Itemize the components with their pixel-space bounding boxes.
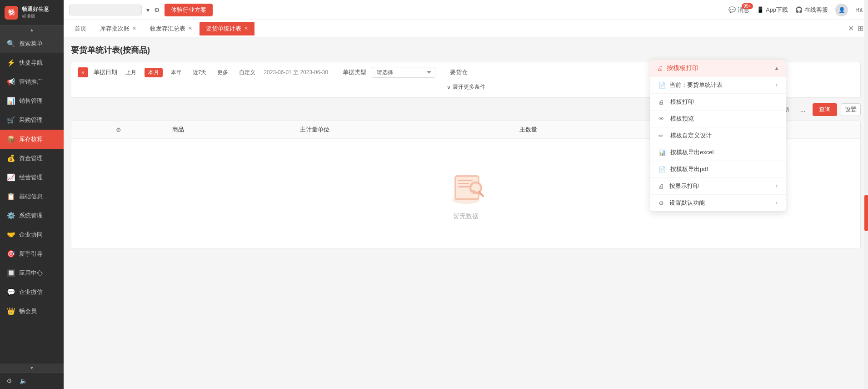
- dropdown-display-print[interactable]: 🖨 按显示打印 ›: [650, 178, 786, 195]
- printer-menu-icon: 🖨: [657, 65, 663, 72]
- sidebar-item-operation[interactable]: 📈 经营管理: [0, 168, 64, 187]
- dropdown-header[interactable]: 🖨 按模板打印 ▲: [650, 60, 786, 77]
- dropdown-item-template-pdf[interactable]: 📄 按模板导出pdf: [650, 161, 786, 178]
- purchase-icon: 🛒: [6, 116, 15, 124]
- tab-receipt-summary[interactable]: 收发存汇总表 ✕: [144, 22, 199, 35]
- more-actions-btn[interactable]: ...: [797, 105, 809, 115]
- template-print-label: 模板打印: [670, 98, 694, 106]
- sidebar-item-quicknav[interactable]: ⚡ 快捷导航: [0, 53, 64, 72]
- dropdown-arrow-btn[interactable]: ▾: [146, 6, 150, 14]
- search-icon: 🔍: [6, 40, 15, 48]
- collab-icon: 🤝: [6, 231, 15, 239]
- col-settings: ⚙: [71, 121, 166, 139]
- dropdown-item-template-design[interactable]: ✏ 模板自定义设计: [650, 127, 786, 144]
- current-month-btn[interactable]: 本月: [145, 68, 163, 77]
- headset-icon: 🎧: [795, 6, 803, 13]
- main-area: ▾ ⚙ 体验行业方案 💬 消息 99+ 📱 App下载 🎧 在线客服 👤 Rit: [64, 0, 868, 389]
- apps-icon: 🔲: [6, 269, 15, 277]
- sidebar-item-basic[interactable]: 📋 基础信息: [0, 187, 64, 206]
- col-settings-icon[interactable]: ⚙: [116, 126, 121, 133]
- content-area: 要货单统计表(按商品) » 单据日期 上月 本月 本年 近7天 更多 自定义 2…: [64, 37, 868, 389]
- scroll-up-btn[interactable]: ▲: [0, 25, 64, 34]
- sidebar-item-basic-label: 基础信息: [19, 192, 43, 201]
- last7-btn[interactable]: 近7天: [190, 68, 210, 77]
- tab-close-receipt-summary[interactable]: ✕: [188, 25, 192, 31]
- sidebar-item-system-label: 系统管理: [19, 212, 43, 220]
- scrollbar[interactable]: [864, 0, 868, 389]
- dropdown-current-item[interactable]: 📄 当前：要货单统计表 ›: [650, 77, 786, 94]
- sidebar-item-quicknav-label: 快捷导航: [19, 59, 43, 67]
- wechat-icon: 💬: [6, 288, 15, 296]
- tab-order-stats[interactable]: 要货单统计表 ✕: [200, 22, 254, 35]
- sidebar-item-collab-label: 企业协同: [19, 231, 43, 239]
- settings-table-btn[interactable]: 设置: [841, 103, 861, 116]
- type-select[interactable]: 请选择: [372, 67, 435, 78]
- scrollbar-thumb[interactable]: [864, 195, 868, 231]
- settings-footer-icon[interactable]: ⚙: [6, 377, 12, 384]
- online-service-btn[interactable]: 🎧 在线客服: [795, 6, 828, 14]
- sidebar-item-marketing[interactable]: 📢 营销推广: [0, 72, 64, 91]
- app-download-btn[interactable]: 📱 App下载: [757, 6, 788, 14]
- sidebar-item-sales[interactable]: 📊 销售管理: [0, 91, 64, 111]
- sidebar-item-system[interactable]: ⚙️ 系统管理: [0, 206, 64, 225]
- display-print-label: 按显示打印: [669, 182, 699, 190]
- tab-close-inventory-batch[interactable]: ✕: [132, 25, 136, 31]
- sidebar-item-apps[interactable]: 🔲 应用中心: [0, 263, 64, 283]
- dropdown-item-template-preview[interactable]: 👁 模板预览: [650, 111, 786, 127]
- dropdown-item-template-excel[interactable]: 📊 按模板导出excel: [650, 144, 786, 161]
- maximize-window-btn[interactable]: ⊞: [858, 24, 863, 33]
- more-dates-btn[interactable]: 更多: [215, 68, 231, 77]
- col-unit: 主计量单位: [294, 121, 513, 139]
- page-title: 要货单统计表(按商品): [71, 45, 861, 56]
- sidebar-item-wechat-label: 企业微信: [19, 288, 43, 296]
- sidebar-item-operation-label: 经营管理: [19, 173, 43, 182]
- sidebar-item-inventory[interactable]: 📦 库存核算: [0, 130, 64, 149]
- dropdown-set-default[interactable]: ⚙ 设置默认功能 ›: [650, 195, 786, 211]
- search-input[interactable]: [69, 5, 142, 15]
- sidebar-item-search[interactable]: 🔍 搜索菜单: [0, 34, 64, 53]
- window-controls: ✕ ⊞: [848, 24, 863, 33]
- custom-date-btn[interactable]: 自定义: [236, 68, 258, 77]
- prev-month-btn[interactable]: 上月: [123, 68, 139, 77]
- current-year-btn[interactable]: 本年: [168, 68, 185, 77]
- user-avatar[interactable]: 👤: [835, 4, 848, 16]
- tab-close-order-stats[interactable]: ✕: [244, 25, 248, 31]
- query-btn[interactable]: 查询: [813, 103, 837, 116]
- expand-left-btn[interactable]: »: [78, 67, 88, 77]
- sidebar-item-guide[interactable]: 🎯 新手引导: [0, 244, 64, 263]
- system-icon: ⚙️: [6, 212, 15, 220]
- message-icon: 💬: [728, 6, 736, 13]
- display-print-arrow-icon: ›: [776, 183, 778, 189]
- current-template-label: 当前：要货单统计表: [669, 81, 723, 89]
- expand-more-btn[interactable]: ∨ 展开更多条件: [441, 81, 491, 93]
- display-print-icon: 🖨: [658, 183, 666, 190]
- sidebar-item-finance[interactable]: 💰 资金管理: [0, 149, 64, 168]
- tab-home[interactable]: 首页: [68, 22, 93, 35]
- sidebar-item-member[interactable]: 👑 畅会员: [0, 302, 64, 321]
- scroll-down-btn[interactable]: ▼: [0, 364, 64, 372]
- close-window-btn[interactable]: ✕: [848, 24, 854, 33]
- dropdown-title: 按模板打印: [667, 64, 698, 72]
- tab-inventory-batch[interactable]: 库存批次账 ✕: [94, 22, 143, 35]
- industry-btn[interactable]: 体验行业方案: [165, 4, 213, 16]
- date-range-display: 2023-06-01 至 2023-06-30: [264, 69, 328, 76]
- sidebar-item-collab[interactable]: 🤝 企业协同: [0, 225, 64, 244]
- tab-bar: 首页 库存批次账 ✕ 收发存汇总表 ✕ 要货单统计表 ✕ ✕ ⊞: [64, 20, 868, 37]
- member-icon: 👑: [6, 307, 15, 315]
- settings-gear-btn[interactable]: ⚙: [154, 6, 160, 14]
- dropdown-item-template-print[interactable]: 🖨 模板打印: [650, 94, 786, 111]
- svg-rect-5: [458, 186, 471, 187]
- header-right: 💬 消息 99+ 📱 App下载 🎧 在线客服 👤 Rit: [728, 4, 863, 16]
- sidebar-item-finance-label: 资金管理: [19, 154, 43, 162]
- speaker-icon[interactable]: 🔈: [20, 377, 27, 384]
- cargo-filter-label: 要货仓: [450, 68, 468, 76]
- user-name: Rit: [855, 6, 863, 13]
- sidebar-item-sales-label: 销售管理: [19, 97, 43, 105]
- sidebar-item-wechat[interactable]: 💬 企业微信: [0, 283, 64, 302]
- message-btn[interactable]: 💬 消息 99+: [728, 6, 749, 14]
- sidebar-item-purchase[interactable]: 🛒 采购管理: [0, 111, 64, 130]
- message-badge: 99+: [742, 3, 753, 9]
- svg-rect-3: [458, 180, 473, 181]
- col-quantity: 主数量: [513, 121, 671, 139]
- guide-icon: 🎯: [6, 250, 15, 258]
